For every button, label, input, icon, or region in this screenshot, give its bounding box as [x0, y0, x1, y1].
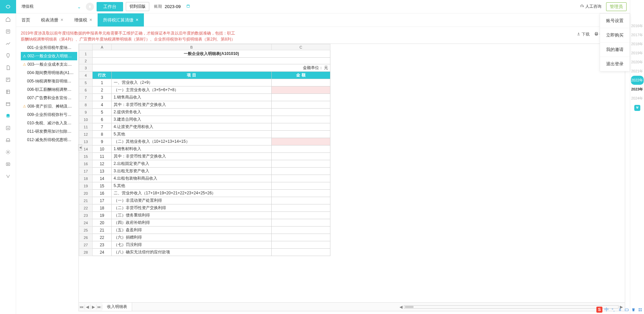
ime-punct-icon[interactable]: °,	[610, 307, 616, 312]
amount-cell[interactable]	[272, 153, 330, 160]
form-list-item[interactable]: ⚠003-一般企业成本支出明细...	[21, 60, 77, 69]
item-cell[interactable]: 二、营业外收入（17+18+19+20+21+22+23+24+25+26）	[111, 190, 271, 197]
year-item[interactable]: 2022年	[631, 76, 644, 85]
item-cell[interactable]: （四）政府补助利得	[111, 219, 271, 227]
period-input[interactable]	[165, 4, 185, 9]
entity-selector[interactable]: 增值税 ⌄	[19, 2, 83, 11]
row-header[interactable]: 21	[79, 197, 93, 204]
line-number-cell[interactable]: 21	[93, 227, 111, 234]
admin-menu-item[interactable]: 退出登录	[600, 57, 630, 71]
sheet-nav-next[interactable]: ▶	[91, 305, 97, 309]
amount-cell[interactable]	[272, 160, 330, 168]
period-picker[interactable]	[165, 4, 190, 9]
year-item[interactable]: 2023年	[631, 85, 644, 94]
col-header[interactable]: C	[272, 44, 330, 50]
item-cell[interactable]: 4.让渡资产使用权收入	[111, 123, 271, 131]
row-header[interactable]: 22	[79, 204, 93, 212]
item-cell[interactable]: 5.其他	[111, 131, 271, 138]
vip-icon[interactable]	[0, 170, 16, 182]
line-number-cell[interactable]: 2	[93, 86, 111, 94]
item-cell[interactable]: 2.出租固定资产收入	[111, 160, 271, 168]
row-header[interactable]: 6	[79, 86, 93, 94]
row-header[interactable]: 10	[79, 116, 93, 123]
ledger-icon[interactable]	[0, 25, 16, 38]
row-header[interactable]: 3	[79, 64, 93, 72]
row-header[interactable]: 28	[79, 249, 93, 256]
form-list-item[interactable]: 010-免税、减计收入及加计...	[21, 119, 77, 127]
amount-cell[interactable]	[272, 109, 330, 116]
workbench-button[interactable]: 工作台	[97, 2, 123, 11]
item-cell[interactable]: （二）非货币性资产交换利得	[111, 204, 271, 212]
year-item[interactable]: 2018年	[631, 40, 644, 49]
row-header[interactable]: 2	[79, 58, 93, 64]
row-header[interactable]: 24	[79, 219, 93, 227]
item-cell[interactable]: 其中：非货币性资产交换收入	[111, 101, 271, 109]
tab-close-icon[interactable]: ✕	[60, 18, 63, 22]
item-cell[interactable]: 3.出租无形资产收入	[111, 168, 271, 175]
sheet-scroll-area[interactable]: A B C 1一般企业收入明细表(A101010)23金额单位： 元4行次项 目…	[79, 44, 625, 302]
line-number-cell[interactable]: 10	[93, 145, 111, 153]
amount-cell[interactable]	[272, 79, 330, 86]
item-cell[interactable]: 2.提供劳务收入	[111, 109, 271, 116]
amount-cell[interactable]	[272, 138, 330, 145]
row-header[interactable]: 8	[79, 101, 93, 109]
ime-mic-icon[interactable]	[617, 307, 623, 312]
amount-cell[interactable]	[272, 241, 330, 249]
row-header[interactable]: 5	[79, 79, 93, 86]
row-header[interactable]: 27	[79, 241, 93, 249]
sheet-tab[interactable]: 收入明细表	[102, 303, 132, 311]
ime-skin-icon[interactable]	[631, 307, 636, 312]
sheet-nav-prev[interactable]: ◀	[85, 305, 91, 309]
row-header[interactable]: 16	[79, 160, 93, 168]
sheet-nav-last[interactable]: ⏭	[97, 305, 103, 309]
line-number-cell[interactable]: 13	[93, 168, 111, 175]
hscroll-thumb[interactable]	[405, 306, 414, 308]
row-header[interactable]: 18	[79, 175, 93, 182]
manual-consult-link[interactable]: 人工咨询	[578, 3, 603, 10]
export-icon[interactable]	[0, 122, 16, 134]
form-list-item[interactable]: 012-减免所得税优惠明细表(...	[21, 136, 77, 144]
line-number-cell[interactable]: 7	[93, 123, 111, 131]
row-header[interactable]: 25	[79, 227, 93, 234]
switch-old-button[interactable]: 切到旧版	[126, 2, 149, 11]
analytics-icon[interactable]	[0, 38, 16, 50]
amount-cell[interactable]	[272, 101, 330, 109]
form-list-item[interactable]: 005-纳税调整项目明细表(A1...	[21, 77, 77, 85]
item-cell[interactable]: （五）盘盈利得	[111, 227, 271, 234]
settings-icon[interactable]	[0, 146, 16, 158]
line-number-cell[interactable]: 19	[93, 212, 111, 219]
ime-toolbox-icon[interactable]	[637, 307, 643, 312]
item-cell[interactable]: （一）非流动资产处置利得	[111, 197, 271, 204]
amount-cell[interactable]	[272, 94, 330, 101]
line-number-cell[interactable]: 20	[93, 219, 111, 227]
row-header[interactable]: 23	[79, 212, 93, 219]
amount-cell[interactable]	[272, 249, 330, 256]
item-cell[interactable]: 1.销售商品收入	[111, 94, 271, 101]
form-list-item[interactable]: 006-职工薪酬纳税调整明细...	[21, 85, 77, 94]
year-item[interactable]: 2020年	[631, 58, 644, 67]
hscroll-track[interactable]	[404, 305, 619, 309]
year-item[interactable]: 2016年	[631, 21, 644, 30]
line-number-cell[interactable]: 24	[93, 249, 111, 256]
line-number-cell[interactable]: 3	[93, 94, 111, 101]
amount-cell[interactable]	[272, 234, 330, 241]
admin-button[interactable]: 管理员	[606, 2, 627, 11]
row-header[interactable]: 1	[79, 50, 93, 58]
amount-cell[interactable]	[272, 197, 330, 204]
line-number-cell[interactable]: 12	[93, 160, 111, 168]
amount-cell[interactable]	[272, 131, 330, 138]
col-header[interactable]: B	[111, 44, 271, 50]
item-cell[interactable]: （一）主营业务收入（3+5+6+7+8）	[111, 86, 271, 94]
form-list-item[interactable]: 011-研发费用加计扣除优惠...	[21, 127, 77, 136]
form-list-item[interactable]: 007-广告费和业务宣传费跨...	[21, 94, 77, 102]
form-list-item[interactable]: 009-企业所得税弥补亏损明...	[21, 111, 77, 119]
amount-cell[interactable]	[272, 123, 330, 131]
form-list-item[interactable]: ⚠008-资产折旧、摊销及纳税...	[21, 102, 77, 111]
line-number-cell[interactable]: 4	[93, 101, 111, 109]
line-number-cell[interactable]: 1	[93, 79, 111, 86]
home-icon[interactable]	[0, 13, 16, 25]
line-number-cell[interactable]: 8	[93, 131, 111, 138]
row-header[interactable]: 11	[79, 123, 93, 131]
year-item[interactable]: 2024年	[631, 94, 644, 103]
item-cell[interactable]: 5.其他	[111, 182, 271, 190]
